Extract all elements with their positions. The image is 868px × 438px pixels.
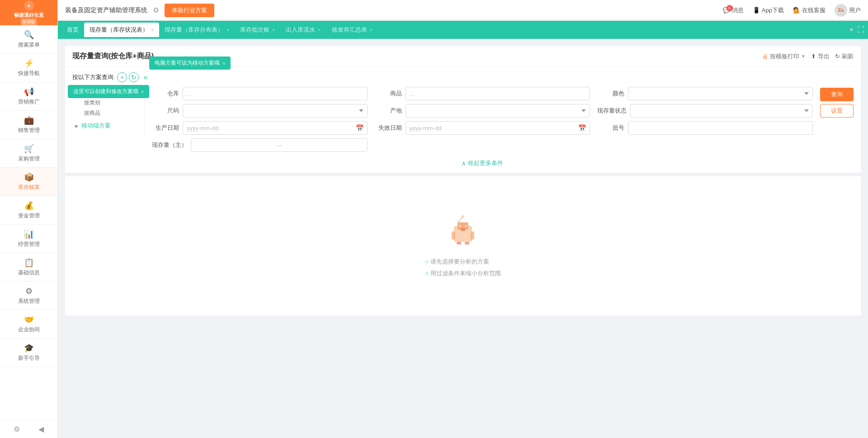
refresh-btn[interactable]: ↻ 刷新 (835, 52, 854, 61)
logo-main-text: 畅捷通好生意 (14, 12, 44, 19)
expiry-date-label: 失效日期 (375, 124, 402, 132)
sales-icon: 💼 (24, 115, 34, 125)
page-actions: 🖨 按模板打印 ▼ ⬆ 导出 ↻ 刷新 (762, 52, 854, 61)
tab-summary[interactable]: 收发存汇总表 × (326, 23, 378, 37)
tab-inventory-status[interactable]: 现存量（库存状况表） × (84, 23, 159, 37)
collapse-btn[interactable]: ∧ 收起更多条件 (462, 159, 503, 167)
sidebar-label-enterprise: 企业协同 (18, 326, 40, 334)
stock-main-max[interactable] (284, 142, 363, 149)
sidebar-item-newbie[interactable]: 🎓 新手引导 (0, 339, 57, 367)
search-icon: 🔍 (24, 30, 34, 40)
origin-label: 产地 (375, 107, 402, 115)
header: 装备及固定资产辅助管理系统 ⚙ 体验行业方案 💬 6 消息 📱 App下载 💁 … (58, 0, 868, 21)
sidebar-item-marketing[interactable]: 📢 营销推广 (0, 82, 57, 111)
sidebar-item-finance[interactable]: 💰 资金管理 (0, 196, 57, 225)
tab-flow-close[interactable]: × (318, 27, 321, 33)
sidebar-item-enterprise[interactable]: 🤝 企业协同 (0, 310, 57, 339)
sidebar-item-management[interactable]: 📊 经营管理 (0, 225, 57, 253)
user-item[interactable]: Ea 用户 (835, 4, 861, 17)
sidebar-item-search[interactable]: 🔍 搜索菜单 (0, 25, 57, 54)
expiry-date-placeholder: yyyy-mm-dd (410, 125, 442, 132)
tab-inventory-status-close[interactable]: × (151, 27, 154, 33)
settings-gear-icon[interactable]: ⚙ (153, 6, 159, 14)
filter-header: 按以下方案查询 + ↻ « 电脑方案可设为移动方案哦 × 这里可以创建和修改方案… (72, 72, 854, 82)
sidebar-item-purchase[interactable]: 🛒 采购管理 (0, 139, 57, 168)
sidebar-item-system[interactable]: ⚙ 系统管理 (0, 282, 57, 310)
svg-rect-10 (465, 242, 469, 245)
expiry-date-input[interactable]: yyyy-mm-dd 📅 (406, 121, 590, 135)
tab-inventory-dist[interactable]: 现存量（库存分布表） × (159, 23, 234, 37)
production-date-label: 生产日期 (152, 124, 179, 132)
svg-point-12 (462, 215, 464, 218)
stock-main-label: 现存量（主） (152, 141, 187, 149)
reset-btn[interactable]: 设置 (820, 104, 854, 118)
goods-placeholder: … (409, 90, 587, 97)
tab-batch-label: 库存批次账 (240, 26, 269, 34)
close-all-tabs-icon[interactable]: × (849, 26, 854, 34)
logo-badge: 标准版 (21, 19, 37, 25)
origin-select[interactable] (406, 104, 590, 118)
export-label: 导出 (818, 52, 830, 61)
tooltip-edit-text: 这里可以创建和修改方案哦 (73, 88, 138, 95)
tab-summary-close[interactable]: × (370, 27, 373, 33)
collapse-sidebar-icon[interactable]: ◀ (38, 425, 44, 433)
tab-flow[interactable]: 出入库流水 × (280, 23, 326, 37)
export-icon: ⬆ (811, 53, 816, 60)
print-btn[interactable]: 🖨 按模板打印 ▼ (762, 52, 806, 61)
sidebar-item-inventory[interactable]: 📦 库存核算 (0, 168, 57, 196)
system-icon: ⚙ (25, 286, 33, 296)
message-item[interactable]: 💬 6 消息 (723, 6, 744, 14)
filter-expiry-date: 失效日期 yyyy-mm-dd 📅 (375, 121, 590, 135)
search-btn[interactable]: 查询 (820, 88, 854, 101)
filter-label: 按以下方案查询 (72, 73, 113, 81)
size-select[interactable] (183, 104, 368, 118)
tabs-bar: 首页 现存量（库存状况表） × 现存量（库存分布表） × 库存批次账 × 出入库… (58, 21, 868, 39)
online-service-item[interactable]: 💁 在线客服 (793, 6, 826, 14)
filter-color: 颜色 (597, 87, 813, 100)
warehouse-input[interactable]: … (183, 87, 368, 100)
filter-row-4: 现存量（主） — (152, 138, 813, 152)
empty-tips: 请先选择要分析的方案 用过滤条件来缩小分析范围 (425, 256, 500, 279)
tab-batch[interactable]: 库存批次账 × (235, 23, 280, 37)
tab-home[interactable]: 首页 (61, 23, 84, 37)
back-btn[interactable]: « (141, 72, 151, 82)
tab-inventory-dist-close[interactable]: × (226, 27, 229, 33)
sidebar-item-basic-info[interactable]: 📋 基础信息 (0, 253, 57, 282)
filter-production-date: 生产日期 yyyy-mm-dd 📅 (152, 121, 368, 135)
tab-batch-close[interactable]: × (272, 27, 275, 33)
export-btn[interactable]: ⬆ 导出 (811, 52, 830, 61)
experience-btn[interactable]: 体验行业方案 (165, 4, 214, 17)
tooltip-scheme-close[interactable]: × (222, 61, 225, 66)
tooltip-edit-close[interactable]: × (141, 89, 144, 94)
stock-main-range[interactable]: — (191, 138, 368, 152)
fullscreen-icon[interactable]: ⛶ (857, 26, 864, 34)
color-select[interactable] (628, 87, 813, 100)
management-icon: 📊 (24, 229, 34, 239)
tab-inventory-dist-label: 现存量（库存分布表） (165, 26, 223, 34)
service-icon: 💁 (793, 7, 800, 14)
scheme-child-category[interactable]: 按类别 (81, 98, 141, 108)
settings-bottom-icon[interactable]: ⚙ (14, 425, 20, 433)
refresh-scheme-btn[interactable]: ↻ (129, 72, 139, 82)
production-date-input[interactable]: yyyy-mm-dd 📅 (183, 121, 368, 135)
sidebar-label-basic-info: 基础信息 (18, 269, 40, 277)
filter-body: ▼ 电脑端方案 按类别 按商品 ▶ 移动端方案 (72, 87, 854, 171)
sidebar-item-sales[interactable]: 💼 销售管理 (0, 111, 57, 139)
filter-stock-status: 现存量状态 (597, 104, 813, 118)
finance-icon: 💰 (24, 201, 34, 211)
mobile-scheme-name: 移动端方案 (81, 122, 111, 130)
scheme-child-goods[interactable]: 按商品 (81, 108, 141, 118)
sidebar-item-quicknav[interactable]: ⚡ 快捷导航 (0, 54, 57, 82)
tooltip-scheme-text: 电脑方案可设为移动方案哦 (155, 59, 220, 67)
online-service-label: 在线客服 (802, 6, 826, 14)
filter-area: 按以下方案查询 + ↻ « 电脑方案可设为移动方案哦 × 这里可以创建和修改方案… (65, 67, 861, 173)
warehouse-label: 仓库 (152, 89, 179, 98)
add-scheme-btn[interactable]: + (117, 72, 127, 82)
stock-main-min[interactable] (195, 142, 274, 149)
app-download-item[interactable]: 📱 App下载 (753, 6, 784, 14)
batch-input[interactable] (628, 121, 813, 135)
tooltip-scheme: 电脑方案可设为移动方案哦 × (149, 57, 231, 70)
stock-status-select[interactable] (630, 104, 813, 118)
mobile-scheme-header[interactable]: ▶ 移动端方案 (72, 120, 141, 131)
goods-input[interactable]: … (406, 87, 590, 100)
